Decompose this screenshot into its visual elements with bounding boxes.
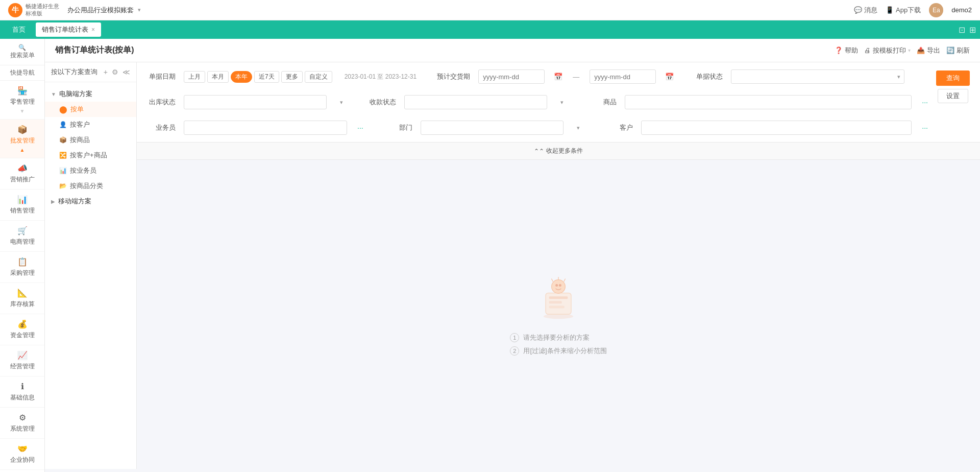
tab-close-icon[interactable]: × [91, 26, 95, 33]
topbar-title: 办公用品行业模拟账套 [67, 6, 134, 15]
svg-rect-1 [546, 293, 571, 314]
filter-area: 单据日期 上月 本月 本年 近7天 更多 自定义 2023-01-01 至 20… [137, 62, 980, 143]
salesman-label: 业务员 [147, 123, 176, 132]
maximize-button[interactable]: ⊞ [969, 25, 976, 35]
settings-scheme-icon[interactable]: ⚙ [112, 68, 118, 76]
salesman-input[interactable] [184, 121, 347, 135]
date-btn-custom[interactable]: 自定义 [305, 71, 332, 83]
tree-item-by-goods[interactable]: 📦 按商品 [45, 132, 136, 148]
sidebar-item-wholesale-label: 批发管理 [10, 136, 35, 145]
avatar[interactable]: Ea [929, 3, 943, 17]
topbar-dropdown-icon[interactable]: ▾ [138, 7, 141, 13]
customer-input[interactable] [641, 121, 912, 135]
sidebar-item-retail-label: 零售管理 [10, 98, 35, 106]
sidebar-item-purchase[interactable]: 📋 采购管理 [0, 252, 44, 283]
calendar-icon-2[interactable]: 📅 [665, 73, 674, 81]
refresh-button[interactable]: 🔄 刷新 [946, 46, 970, 55]
status-select[interactable] [731, 69, 904, 84]
sidebar-item-marketing-label: 营销推广 [10, 175, 35, 184]
tree-item-by-category[interactable]: 📂 按商品分类 [45, 178, 136, 194]
date-btn-last-month[interactable]: 上月 [184, 71, 205, 83]
salesman-more-icon[interactable]: ··· [357, 124, 363, 132]
goods-input[interactable] [625, 95, 912, 109]
tree-group-mobile[interactable]: ▶ 移动端方案 [45, 194, 136, 209]
svg-point-6 [555, 284, 558, 287]
sidebar-item-marketing[interactable]: 📣 营销推广 [0, 158, 44, 190]
dept-select-wrapper [421, 121, 584, 135]
calendar-icon-1[interactable]: 📅 [554, 73, 562, 81]
collapse-button[interactable]: ⌃⌃ 收起更多条件 [534, 147, 583, 155]
sidebar-item-sales[interactable]: 📊 销售管理 [0, 190, 44, 221]
print-button[interactable]: 🖨 按模板打印 ▾ [864, 46, 911, 55]
date-btn-this-month[interactable]: 本月 [207, 71, 229, 83]
tree-item-by-customer-goods[interactable]: 🔀 按客户+商品 [45, 148, 136, 163]
payment-label: 收款状态 [368, 98, 396, 107]
sidebar-search[interactable]: 🔍 搜索菜单 [0, 39, 44, 65]
sidebar-item-operations[interactable]: 📈 经营管理 [0, 345, 44, 376]
help-button[interactable]: ❓ 帮助 [835, 46, 858, 55]
tip-num-2: 2 [510, 346, 519, 356]
date-label: 单据日期 [147, 72, 176, 81]
by-customer-icon: 👤 [59, 121, 67, 128]
help-label: 帮助 [845, 46, 858, 55]
sidebar-item-inventory[interactable]: 📐 库存核算 [0, 283, 44, 314]
sidebar-item-retail[interactable]: 🏪 零售管理 ▼ [0, 81, 44, 120]
filter-row-date: 单据日期 上月 本月 本年 近7天 更多 自定义 2023-01-01 至 20… [147, 69, 928, 84]
sidebar-item-operations-label: 经营管理 [10, 362, 35, 371]
tab-home[interactable]: 首页 [4, 22, 34, 37]
by-category-icon: 📂 [59, 182, 67, 190]
logo-text: 畅捷通好生意 标准版 [26, 3, 59, 16]
sidebar: 🔍 搜索菜单 快捷导航 🏪 零售管理 ▼ 📦 批发管理 ▲ 📣 营销推广 📊 销… [0, 39, 45, 472]
add-scheme-icon[interactable]: + [104, 68, 108, 76]
sidebar-item-corp-label: 企业协同 [10, 456, 35, 464]
date-range-text: 2023-01-01 至 2023-12-31 [345, 73, 416, 81]
settings-button[interactable]: 设置 [938, 89, 968, 103]
date-btn-more[interactable]: 更多 [281, 71, 303, 83]
goods-more-icon[interactable]: ··· [922, 98, 928, 106]
tree-section: ▼ 电脑端方案 ⬤ 按单 👤 按客户 📦 按商品 [45, 82, 136, 213]
collapse-label: 收起更多条件 [546, 147, 583, 155]
tree-item-by-customer[interactable]: 👤 按客户 [45, 117, 136, 132]
collapse-up-icon: ⌃⌃ [534, 148, 544, 155]
download-action[interactable]: 📱 App下载 [886, 6, 921, 15]
status-label: 单据状态 [694, 72, 723, 81]
date-btn-last-7[interactable]: 近7天 [254, 71, 279, 83]
export-button[interactable]: 📤 导出 [917, 46, 940, 55]
sidebar-item-system[interactable]: ⚙ 系统管理 [0, 408, 44, 439]
empty-state: 1 请先选择要分析的方案 2 用[过滤]条件来缩小分析范围 [137, 160, 980, 469]
tree-item-by-order[interactable]: ⬤ 按单 [45, 102, 136, 117]
collapse-panel-icon[interactable]: ≪ [122, 68, 130, 76]
tree-desktop-arrow: ▼ [51, 91, 56, 97]
empty-tip-1: 1 请先选择要分析的方案 [510, 333, 606, 342]
svg-rect-3 [549, 301, 562, 303]
query-button[interactable]: 查询 [936, 70, 970, 86]
delivery-select[interactable] [184, 95, 327, 109]
svg-rect-2 [549, 296, 568, 299]
sidebar-nav[interactable]: 快捷导航 [0, 65, 44, 81]
sidebar-item-base[interactable]: ℹ 基础信息 [0, 376, 44, 408]
tip-text-1: 请先选择要分析的方案 [523, 333, 590, 342]
sidebar-item-guide[interactable]: 🎓 新手引导 [0, 470, 44, 472]
corp-icon: 🤝 [17, 444, 28, 454]
svg-rect-4 [549, 305, 565, 308]
sidebar-item-ecommerce[interactable]: 🛒 电商管理 [0, 221, 44, 252]
sidebar-item-corp[interactable]: 🤝 企业协同 [0, 439, 44, 470]
dept-select[interactable] [421, 121, 564, 135]
minimize-button[interactable]: ⊡ [959, 25, 965, 35]
by-order-icon: ⬤ [59, 105, 67, 113]
expected-date-start[interactable] [478, 69, 545, 84]
tree-item-by-salesman[interactable]: 📊 按业务员 [45, 163, 136, 178]
tree-group-desktop[interactable]: ▼ 电脑端方案 [45, 86, 136, 102]
tree-item-by-customer-label: 按客户 [70, 120, 90, 129]
payment-select[interactable] [404, 95, 547, 109]
expected-date-end[interactable] [590, 69, 656, 84]
message-action[interactable]: 💬 消息 [854, 6, 877, 15]
sidebar-item-wholesale[interactable]: 📦 批发管理 ▲ [0, 120, 44, 158]
date-btn-this-year[interactable]: 本年 [231, 71, 252, 83]
tab-active[interactable]: 销售订单统计表 × [36, 22, 101, 37]
expected-date-label: 预计交货期 [437, 72, 470, 81]
customer-more-icon[interactable]: ··· [922, 124, 928, 132]
download-label: App下载 [896, 6, 921, 15]
marketing-icon: 📣 [17, 163, 28, 173]
sidebar-item-finance[interactable]: 💰 资金管理 [0, 314, 44, 345]
